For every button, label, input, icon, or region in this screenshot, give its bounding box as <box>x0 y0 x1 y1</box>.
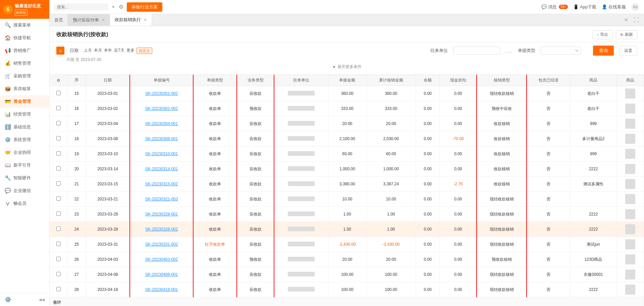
col-no: 序 <box>67 75 86 86</box>
row-checkbox[interactable] <box>50 162 67 177</box>
date-this-year[interactable]: 本年 <box>104 48 112 54</box>
sidebar-item-hardware[interactable]: 🔧 智能硬件 <box>0 172 49 184</box>
sidebar-item-sales[interactable]: 💰 销售管理 <box>0 57 49 70</box>
row-checkbox[interactable] <box>50 86 67 101</box>
table-row[interactable]: 26 2023-04-03 SK-20230403-002 收款单 预收款 20… <box>50 252 644 267</box>
filter-expand-button[interactable]: » <box>56 47 64 55</box>
bill-no-link[interactable]: SK-20230403-002 <box>145 257 178 262</box>
tab-payable[interactable]: 预计应应付单 ✕ <box>68 14 110 26</box>
export-button[interactable]: ↑ 导出 <box>592 30 612 39</box>
row-checkbox[interactable] <box>50 207 67 222</box>
sidebar-item-inventory[interactable]: 📦 库存核算 <box>0 82 49 95</box>
date-more[interactable]: 更多 <box>126 48 135 54</box>
sidebar-item-purchase[interactable]: 🛒 采购管理 <box>0 70 49 82</box>
table-row[interactable]: 28 2023-04-18 SK-20230418-001 收款单 应收款 10… <box>50 282 644 297</box>
settings-icon[interactable]: ⚙️ <box>5 296 11 303</box>
app-download-item[interactable]: 📱 App下载 <box>573 4 596 10</box>
table-row[interactable]: 19 2023-03-10 SK-20230310-001 收款单 应收款 60… <box>50 146 644 162</box>
bill-no-link[interactable]: SK-20230331-002 <box>145 242 178 247</box>
sidebar-item-quick[interactable]: 🏠 快捷导航 <box>0 32 49 44</box>
page-title: 收款核销执行(按收款) <box>56 31 108 38</box>
table-row[interactable]: 24 2023-03-28 SK-20230328-002 收款单 应收款 1.… <box>50 222 644 237</box>
sidebar-item-wechat[interactable]: 💬 企业微信 <box>0 184 49 197</box>
custom-date-button[interactable]: 自定义 <box>137 48 152 54</box>
sidebar-item-operation[interactable]: 📊 经营管理 <box>0 108 49 121</box>
row-no: 23 <box>67 207 86 222</box>
row-checkbox[interactable] <box>50 267 67 282</box>
sidebar-item-coop[interactable]: 🤝 企业协同 <box>0 146 49 159</box>
bill-no-link[interactable]: SK-20230302-002 <box>145 106 178 111</box>
sidebar-item-guide[interactable]: 📖 新手引导 <box>0 159 49 172</box>
bill-no-link[interactable]: SK-20230408-001 <box>145 272 178 277</box>
row-checkbox[interactable] <box>50 146 67 162</box>
table-wrap: ⚙ 序 日期 单据编号 单据类型 业务类型 往来单位 单据金额 累计核销金额 余… <box>50 75 644 306</box>
row-checkbox[interactable] <box>50 101 67 116</box>
collapse-icon[interactable]: ◀◀ <box>39 297 45 302</box>
row-checkbox[interactable] <box>50 252 67 267</box>
date-last-month[interactable]: 上月 <box>84 48 92 54</box>
row-included: 否 <box>527 207 570 222</box>
date-this-month[interactable]: 本月 <box>94 48 102 54</box>
table-row[interactable]: 20 2023-03-14 SK-20230314-001 收款单 应收款 1,… <box>50 162 644 177</box>
table-row[interactable]: 27 2023-04-08 SK-20230408-001 收款单 应收款 10… <box>50 267 644 282</box>
online-service-item[interactable]: 👤 在线客服 <box>602 4 626 10</box>
solution-button[interactable]: 体验行业方案 <box>127 2 162 12</box>
voucher-type-select[interactable] <box>541 47 581 55</box>
tab-payable-close[interactable]: ✕ <box>102 18 105 22</box>
bill-no-link[interactable]: SK-20230304-001 <box>145 121 178 126</box>
row-verified: -2,430.00 <box>366 237 416 252</box>
table-row[interactable]: 16 2023-03-02 SK-20230302-002 收款单 预收款 33… <box>50 101 644 116</box>
tab-collection[interactable]: 收款核销执行 ✕ <box>110 14 152 26</box>
notification-item[interactable]: 💬 消息 99+ <box>541 4 568 10</box>
tab-maximize-button[interactable]: ⛶ <box>632 16 641 24</box>
date-7days[interactable]: 近7天 <box>114 48 124 54</box>
row-checkbox[interactable] <box>50 177 67 192</box>
row-checkbox[interactable] <box>50 222 67 237</box>
bill-no-link[interactable]: SK-20230310-001 <box>145 151 178 156</box>
row-balance: 0.00 <box>416 222 440 237</box>
bill-no-link[interactable]: SK-20230308-001 <box>145 136 178 141</box>
sidebar-item-member[interactable]: V 畅会员 <box>0 197 49 210</box>
bill-no-link[interactable]: SK-20230301-002 <box>145 91 178 96</box>
row-goods: 2222 <box>570 162 616 177</box>
bill-no-link[interactable]: SK-20230315-002 <box>145 182 178 186</box>
bill-no-link[interactable]: SK-20230418-001 <box>145 287 178 292</box>
row-checkbox[interactable] <box>50 192 67 207</box>
row-bill-type: 收款单 <box>193 222 237 237</box>
sidebar-item-marketing[interactable]: 📢 营销推广 <box>0 44 49 57</box>
table-row[interactable]: 23 2023-03-28 SK-20230328-001 收款单 应收款 1.… <box>50 207 644 222</box>
col-settings[interactable]: ⚙ <box>50 75 67 86</box>
topbar-search-input[interactable] <box>54 3 108 11</box>
sidebar-item-finance[interactable]: 💳 资金管理 <box>0 95 49 108</box>
row-checkbox[interactable] <box>50 131 67 146</box>
refresh-button[interactable]: ↻ 刷新 <box>616 30 637 39</box>
table-row[interactable]: 18 2023-03-08 SK-20230308-001 收款单 应收款 2,… <box>50 131 644 146</box>
expand-more-link[interactable]: ▼ 展开更多条件 <box>332 64 362 70</box>
sidebar-item-basic[interactable]: ℹ️ 基础信息 <box>0 121 49 133</box>
user-avatar[interactable]: Rit <box>631 3 639 11</box>
bill-no-link[interactable]: SK-20230321-003 <box>145 197 178 201</box>
gear-icon[interactable]: ⚙ <box>119 4 123 10</box>
bill-no-link[interactable]: SK-20230328-001 <box>145 212 178 217</box>
table-row[interactable]: 25 2023-03-31 SK-20230331-002 红字收款单 应收款 … <box>50 237 644 252</box>
table-row[interactable]: 17 2023-03-04 SK-20230304-001 收款单 应收款 20… <box>50 116 644 131</box>
table-row[interactable]: 21 2023-03-15 SK-20230315-002 收款单 应收款 3,… <box>50 177 644 192</box>
row-checkbox[interactable] <box>50 237 67 252</box>
table-row[interactable]: 22 2023-03-21 SK-20230321-003 收款单 应收款 10… <box>50 192 644 207</box>
tab-collection-close[interactable]: ✕ <box>144 17 147 22</box>
counterpart-input[interactable] <box>453 47 500 55</box>
bill-no-link[interactable]: SK-20230314-001 <box>145 167 178 171</box>
query-button[interactable]: 查询 <box>593 46 614 56</box>
filter-settings-button[interactable]: 设置 <box>619 46 637 56</box>
bill-no-link[interactable]: SK-20230328-002 <box>145 227 178 232</box>
sidebar-item-search[interactable]: 🔍 搜索菜单 <box>0 19 49 32</box>
row-verified: 100.00 <box>366 282 416 297</box>
tab-close-button[interactable]: ✕ <box>622 16 630 24</box>
row-checkbox[interactable] <box>50 282 67 297</box>
table-row[interactable]: 15 2023-03-01 SK-20230301-002 收款单 应收款 36… <box>50 86 644 101</box>
row-checkbox[interactable] <box>50 116 67 131</box>
row-counterpart <box>274 252 328 267</box>
tab-home[interactable]: 首页 <box>50 14 68 26</box>
row-date: 2023-04-18 <box>86 282 130 297</box>
sidebar-item-system[interactable]: ⚙️ 系统管理 <box>0 133 49 146</box>
